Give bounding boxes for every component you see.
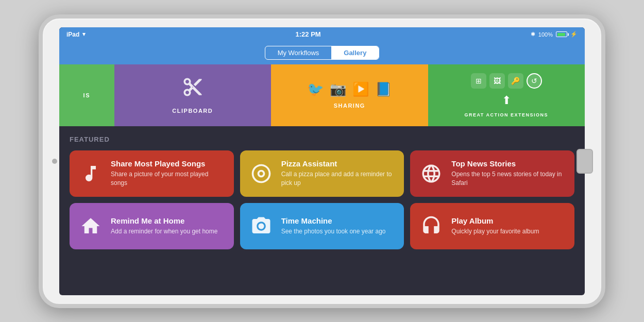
card-share-most-played[interactable]: Share Most Played Songs Share a picture … — [70, 150, 234, 197]
twitter-icon: 🐦 — [307, 81, 324, 97]
card-desc-pizza-assistant: Call a pizza place and add a reminder to… — [281, 170, 396, 188]
category-banner: IS CLIPBOARD 🐦 📷 ▶️ 📘 SHAR — [59, 64, 585, 126]
home-icon — [78, 213, 104, 239]
cat-label-shortcuts: IS — [83, 92, 90, 98]
card-title-pizza-assistant: Pizza Assistant — [281, 159, 396, 168]
card-desc-play-album: Quickly play your favorite album — [451, 227, 566, 236]
card-desc-remind-home: Add a reminder for when you get home — [111, 227, 226, 236]
card-text-share-most-played: Share Most Played Songs Share a picture … — [111, 159, 226, 188]
card-top-news[interactable]: Top News Stories Opens the top 5 news st… — [410, 150, 574, 197]
cat-label-sharing: SHARING — [334, 103, 365, 109]
tab-gallery[interactable]: Gallery — [331, 46, 379, 59]
social-icons-row: 🐦 📷 ▶️ 📘 — [307, 81, 392, 97]
facebook-icon: 📘 — [375, 81, 392, 97]
battery-fill — [557, 33, 565, 36]
nav-bar: My Workflows Gallery — [59, 42, 585, 64]
card-desc-top-news: Opens the top 5 news stories of today in… — [451, 170, 566, 188]
card-time-machine[interactable]: Time Machine See the photos you took one… — [240, 203, 404, 249]
scissors-icon — [182, 76, 204, 103]
card-text-play-album: Play Album Quickly play your favorite al… — [451, 216, 566, 236]
music-icon — [78, 161, 104, 187]
battery-indicator — [556, 31, 567, 37]
card-pizza-assistant[interactable]: Pizza Assistant Call a pizza place and a… — [240, 150, 404, 197]
status-left: iPad ▾ — [66, 31, 86, 38]
ext-icon-4: ↺ — [527, 73, 542, 89]
card-text-pizza-assistant: Pizza Assistant Call a pizza place and a… — [281, 159, 396, 188]
segmented-control: My Workflows Gallery — [265, 46, 380, 60]
ext-icon-1: ⊞ — [471, 73, 486, 89]
cat-item-clipboard[interactable]: CLIPBOARD — [114, 64, 271, 126]
card-desc-time-machine: See the photos you took one year ago — [281, 227, 396, 236]
extension-icons-row: ⊞ 🖼 🔑 ↺ — [471, 73, 542, 89]
headphones-icon — [418, 213, 444, 239]
camera-icon — [248, 213, 274, 239]
featured-label: FEATURED — [70, 135, 574, 143]
target-icon — [248, 161, 274, 187]
cat-item-extensions[interactable]: ⊞ 🖼 🔑 ↺ ⬆ GREAT ACTION EXTENSIONS — [428, 64, 585, 126]
card-title-top-news: Top News Stories — [451, 159, 566, 168]
ipad-shell: iPad ▾ 1:22 PM ✱ 100% ⚡ My Workflows Gal… — [39, 14, 605, 308]
card-text-top-news: Top News Stories Opens the top 5 news st… — [451, 159, 566, 188]
ipad-label: iPad — [66, 31, 79, 38]
screen: iPad ▾ 1:22 PM ✱ 100% ⚡ My Workflows Gal… — [59, 27, 585, 295]
ext-icon-2: 🖼 — [489, 73, 505, 89]
globe-icon — [418, 161, 444, 187]
wifi-icon: ▾ — [82, 31, 86, 38]
cards-grid: Share Most Played Songs Share a picture … — [70, 150, 574, 249]
card-title-play-album: Play Album — [451, 216, 566, 225]
bluetooth-icon: ✱ — [531, 31, 535, 38]
battery-percent: 100% — [538, 31, 553, 38]
cat-item-sharing[interactable]: 🐦 📷 ▶️ 📘 SHARING — [271, 64, 428, 126]
svg-point-0 — [258, 223, 264, 229]
tab-my-workflows[interactable]: My Workflows — [265, 46, 332, 59]
ext-icon-3: 🔑 — [508, 73, 523, 89]
card-title-time-machine: Time Machine — [281, 216, 396, 225]
cat-item-shortcuts[interactable]: IS — [59, 64, 114, 126]
card-remind-home[interactable]: Remind Me at Home Add a reminder for whe… — [70, 203, 234, 249]
cat-label-clipboard: CLIPBOARD — [172, 108, 213, 114]
charging-icon: ⚡ — [570, 31, 578, 38]
instagram-icon: 📷 — [330, 81, 346, 97]
main-content: FEATURED Share Most Played Songs Share a… — [59, 126, 585, 295]
card-text-time-machine: Time Machine See the photos you took one… — [281, 216, 396, 236]
card-title-share-most-played: Share Most Played Songs — [111, 159, 226, 168]
card-play-album[interactable]: Play Album Quickly play your favorite al… — [410, 203, 574, 249]
share-icon: ⬆ — [502, 94, 511, 107]
card-desc-share-most-played: Share a picture of your most played song… — [111, 170, 226, 188]
status-bar: iPad ▾ 1:22 PM ✱ 100% ⚡ — [59, 27, 585, 42]
card-text-remind-home: Remind Me at Home Add a reminder for whe… — [111, 216, 226, 236]
status-right: ✱ 100% ⚡ — [531, 31, 578, 38]
cat-label-extensions: GREAT ACTION EXTENSIONS — [465, 112, 549, 117]
card-title-remind-home: Remind Me at Home — [111, 216, 226, 225]
youtube-icon: ▶️ — [352, 81, 369, 97]
time-display: 1:22 PM — [296, 30, 321, 38]
